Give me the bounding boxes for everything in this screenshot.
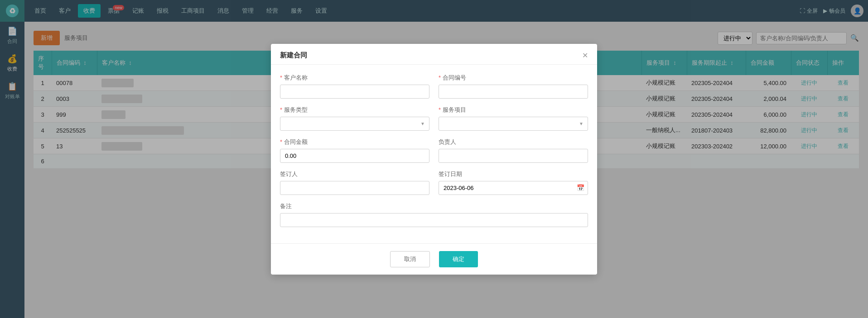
sign-date-label: 签订日期 — [439, 170, 588, 178]
service-type-select[interactable] — [280, 117, 429, 131]
responsible-person-label: 负责人 — [439, 138, 588, 146]
customer-name-label: 客户名称 — [280, 74, 429, 82]
modal-overlay: 新建合同 ✕ 客户名称 合同编号 服务类型 — [0, 0, 868, 318]
service-item-select[interactable] — [439, 117, 588, 131]
sign-date-input[interactable] — [439, 181, 588, 195]
service-type-select-wrapper — [280, 117, 429, 131]
field-contract-code: 合同编号 — [439, 74, 588, 99]
service-type-label: 服务类型 — [280, 106, 429, 114]
field-service-item: 服务项目 — [439, 106, 588, 131]
modal-header: 新建合同 ✕ — [271, 44, 597, 65]
modal-body: 客户名称 合同编号 服务类型 — [271, 65, 597, 243]
field-service-type: 服务类型 — [280, 106, 429, 131]
service-item-select-wrapper — [439, 117, 588, 131]
form-row-1: 客户名称 合同编号 — [280, 74, 588, 99]
field-customer-name: 客户名称 — [280, 74, 429, 99]
form-row-4: 签订人 签订日期 📅 — [280, 170, 588, 195]
form-row-5: 备注 — [280, 202, 588, 227]
customer-name-input[interactable] — [280, 85, 429, 99]
signer-input[interactable] — [280, 181, 429, 195]
field-signer: 签订人 — [280, 170, 429, 195]
remarks-input[interactable] — [280, 213, 588, 227]
remarks-label: 备注 — [280, 202, 588, 210]
form-row-3: 合同金额 负责人 — [280, 138, 588, 163]
field-sign-date: 签订日期 📅 — [439, 170, 588, 195]
calendar-icon[interactable]: 📅 — [577, 184, 584, 191]
contract-amount-label: 合同金额 — [280, 138, 429, 146]
contract-code-label: 合同编号 — [439, 74, 588, 82]
signer-label: 签订人 — [280, 170, 429, 178]
field-remarks: 备注 — [280, 202, 588, 227]
field-contract-amount: 合同金额 — [280, 138, 429, 163]
responsible-person-input[interactable] — [439, 149, 588, 163]
modal-title: 新建合同 — [280, 51, 307, 60]
cancel-button[interactable]: 取消 — [390, 251, 430, 267]
confirm-button[interactable]: 确定 — [439, 251, 478, 267]
modal-footer: 取消 确定 — [271, 243, 597, 275]
new-contract-modal: 新建合同 ✕ 客户名称 合同编号 服务类型 — [271, 44, 597, 275]
contract-code-input[interactable] — [439, 85, 588, 99]
modal-close-button[interactable]: ✕ — [582, 51, 588, 60]
sign-date-wrapper: 📅 — [439, 181, 588, 195]
contract-amount-input[interactable] — [280, 149, 429, 163]
field-responsible-person: 负责人 — [439, 138, 588, 163]
service-item-label: 服务项目 — [439, 106, 588, 114]
form-row-2: 服务类型 服务项目 — [280, 106, 588, 131]
